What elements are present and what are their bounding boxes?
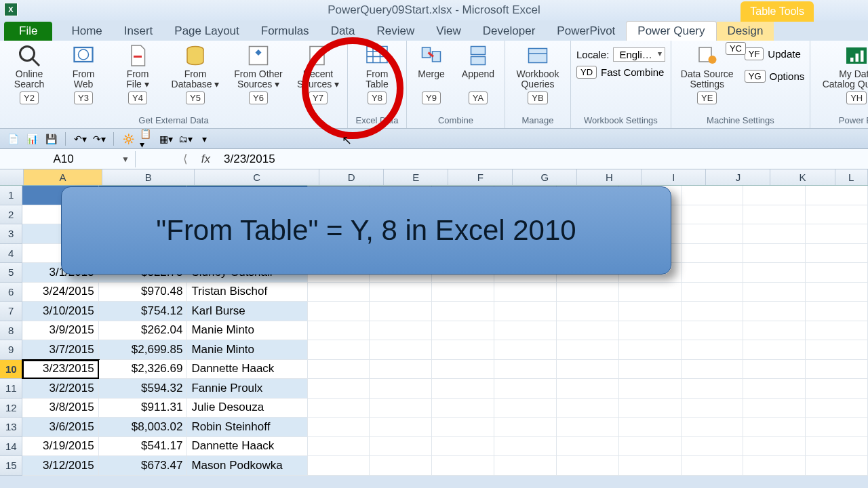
row-header[interactable]: 1 [0, 186, 22, 205]
cell[interactable] [557, 379, 619, 399]
cell[interactable] [370, 379, 432, 399]
cell[interactable] [619, 302, 682, 321]
cell[interactable] [682, 205, 744, 225]
cell[interactable] [743, 437, 806, 457]
cell[interactable] [370, 399, 432, 418]
cell[interactable] [619, 340, 682, 360]
cell[interactable] [308, 456, 370, 476]
tab-powerpivot[interactable]: PowerPivot [546, 22, 626, 41]
chevron-down-icon[interactable]: ▼ [121, 155, 130, 164]
cell[interactable] [308, 360, 370, 380]
locale-combo[interactable]: Engli… [613, 47, 665, 62]
cell[interactable] [619, 379, 682, 399]
row-header[interactable]: 12 [0, 399, 22, 418]
workbook-queries-button[interactable]: Workbook Queries YB [511, 43, 565, 104]
undo-icon[interactable]: ↶▾ [73, 131, 87, 146]
row-header[interactable]: 14 [0, 437, 22, 457]
col-header[interactable]: B [102, 169, 195, 185]
col-header[interactable]: F [448, 169, 513, 185]
cell[interactable] [743, 456, 806, 476]
cell[interactable]: $262.04 [99, 321, 188, 341]
my-data-catalog-button[interactable]: My Data Catalog Queries YH [816, 43, 868, 104]
cell[interactable] [682, 224, 744, 244]
qat-more-icon[interactable]: ▾ [197, 131, 212, 146]
qat-icon[interactable]: 🗂▾ [178, 131, 193, 146]
fast-combine-button[interactable]: Fast Combine [601, 66, 664, 78]
tab-file[interactable]: File [4, 22, 52, 41]
cell[interactable] [432, 360, 494, 380]
options-button[interactable]: Options [770, 70, 805, 82]
select-all-corner[interactable] [0, 169, 24, 185]
cell[interactable] [682, 360, 744, 380]
cell[interactable] [494, 437, 557, 457]
cell[interactable]: Manie Minto [187, 340, 307, 360]
append-button[interactable]: Append YA [457, 43, 499, 104]
cell[interactable] [494, 379, 557, 399]
col-header[interactable]: E [384, 169, 448, 185]
col-header[interactable]: J [706, 169, 770, 185]
cell[interactable] [557, 340, 619, 360]
cell[interactable]: Tristan Bischof [187, 283, 307, 302]
row-header[interactable]: 3 [0, 224, 22, 244]
cell[interactable] [682, 456, 744, 476]
row-header[interactable]: 4 [0, 244, 22, 264]
cell[interactable] [743, 302, 806, 321]
save-icon[interactable]: 💾 [43, 131, 58, 146]
row-header[interactable]: 7 [0, 302, 22, 321]
cell[interactable] [557, 283, 619, 302]
cell[interactable] [682, 399, 744, 418]
cell[interactable] [494, 340, 557, 360]
col-header[interactable]: I [642, 169, 706, 185]
cell[interactable]: $754.12 [99, 302, 188, 321]
cell[interactable] [806, 224, 868, 244]
cell[interactable]: 3/24/2015 [22, 283, 98, 302]
cell[interactable] [557, 360, 619, 380]
tab-design[interactable]: Design [717, 22, 774, 41]
cell[interactable] [432, 379, 494, 399]
tab-formulas[interactable]: Formulas [250, 22, 320, 41]
cell[interactable]: Dannette Haack [187, 360, 307, 380]
col-header[interactable]: K [770, 169, 835, 185]
col-header[interactable]: L [835, 169, 869, 185]
qat-icon[interactable]: ▦▾ [159, 131, 174, 146]
cell[interactable] [557, 456, 619, 476]
cell[interactable] [432, 340, 494, 360]
cell[interactable] [619, 321, 682, 341]
cell[interactable] [743, 321, 806, 341]
row-header[interactable]: 13 [0, 418, 22, 437]
cell[interactable]: $911.31 [99, 399, 188, 418]
qat-icon[interactable]: 📊 [24, 131, 39, 146]
cell[interactable]: $2,326.69 [99, 360, 188, 380]
cell[interactable] [806, 379, 868, 399]
cell[interactable]: 3/6/2015 [22, 418, 98, 437]
cell[interactable] [432, 437, 494, 457]
cell[interactable]: $8,003.02 [99, 418, 188, 437]
cell[interactable] [619, 437, 682, 457]
cell[interactable] [432, 321, 494, 341]
tab-page-layout[interactable]: Page Layout [163, 22, 250, 41]
row-header[interactable]: 2 [0, 205, 22, 225]
cell[interactable] [308, 418, 370, 437]
cell[interactable] [370, 437, 432, 457]
cell[interactable] [682, 321, 744, 341]
cell[interactable]: Dannette Haack [187, 437, 307, 457]
row-header[interactable]: 5 [0, 263, 22, 283]
cell[interactable]: Mason Podkowka [187, 456, 307, 476]
cell[interactable] [432, 302, 494, 321]
cell[interactable] [494, 360, 557, 380]
cell[interactable] [308, 437, 370, 457]
row-header[interactable]: 11 [0, 379, 22, 399]
cell[interactable] [806, 263, 868, 283]
cell[interactable] [806, 321, 868, 341]
cell[interactable] [619, 399, 682, 418]
cell[interactable] [682, 263, 744, 283]
cell[interactable] [432, 418, 494, 437]
name-box[interactable]: A10 ▼ [0, 151, 136, 167]
cell[interactable] [806, 244, 868, 264]
cell[interactable] [557, 399, 619, 418]
cell[interactable]: Manie Minto [187, 321, 307, 341]
cell[interactable]: Fannie Proulx [187, 379, 307, 399]
tab-review[interactable]: Review [366, 22, 426, 41]
row-header[interactable]: 6 [0, 283, 22, 302]
tab-developer[interactable]: Developer [472, 22, 547, 41]
